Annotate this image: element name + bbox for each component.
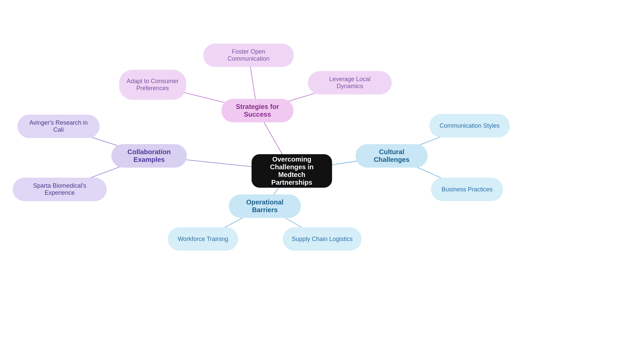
center-node: Overcoming Challenges in Medtech Partner… (252, 154, 332, 188)
sparta-node: Sparta Biomedical's Experience (13, 178, 107, 201)
leverage-node: Leverage Local Dynamics (308, 71, 392, 95)
avinger-label: Avinger's Research in Cali (25, 119, 92, 133)
operational-label: Operational Barriers (236, 198, 293, 214)
foster-node: Foster Open Communication (203, 44, 294, 67)
cultural-node: Cultural Challenges (356, 144, 428, 168)
workforce-label: Workforce Training (178, 236, 228, 243)
center-label: Overcoming Challenges in Medtech Partner… (259, 156, 325, 186)
strategies-node: Strategies for Success (221, 99, 293, 122)
supply-label: Supply Chain Logistics (291, 236, 353, 243)
adapt-label: Adapt to Consumer Preferences (126, 78, 178, 92)
sparta-label: Sparta Biomedical's Experience (20, 182, 99, 196)
foster-label: Foster Open Communication (211, 48, 286, 62)
collaboration-node: Collaboration Examples (111, 144, 187, 168)
business-node: Business Practices (431, 178, 503, 201)
communication-node: Communication Styles (429, 114, 510, 137)
operational-node: Operational Barriers (229, 194, 301, 218)
adapt-node: Adapt to Consumer Preferences (119, 70, 186, 100)
collaboration-label: Collaboration Examples (119, 148, 179, 164)
supply-node: Supply Chain Logistics (283, 227, 362, 251)
leverage-label: Leverage Local Dynamics (315, 76, 384, 90)
communication-label: Communication Styles (439, 122, 499, 129)
strategies-label: Strategies for Success (229, 103, 286, 118)
business-label: Business Practices (441, 186, 492, 193)
cultural-label: Cultural Challenges (363, 148, 420, 164)
avinger-node: Avinger's Research in Cali (17, 115, 100, 138)
workforce-node: Workforce Training (168, 227, 238, 251)
